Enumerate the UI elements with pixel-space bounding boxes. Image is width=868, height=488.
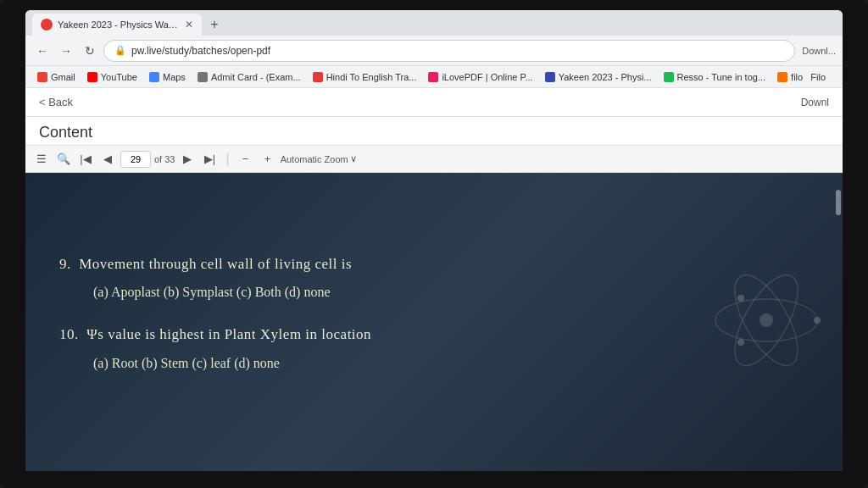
ilovepdf-icon [428,72,438,82]
admit-icon [198,72,208,82]
pdf-text-content: 9. Movement through cell wall of living … [25,235,843,410]
bookmark-maps[interactable]: Maps [144,68,191,86]
bookmark-filo-label: filo Filo [791,72,826,82]
question-10-options: (a) Root (b) Stem (c) leaf (d) none [93,352,809,376]
forward-nav-button[interactable]: → [56,41,76,61]
download-indicator: Downl... [802,46,836,56]
bookmark-admit-label: Admit Card - (Exam... [211,72,301,82]
bookmark-resso-label: Resso - Tune in tog... [677,72,766,82]
page-content: < Back Downl Content ☰ 🔍 |◀ ◀ of 33 ▶ ▶|… [25,88,843,471]
scroll-thumb[interactable] [836,190,841,215]
pdf-search-button[interactable]: 🔍 [54,150,73,169]
youtube-icon [87,72,97,82]
pdf-page-info: of 33 [154,154,175,164]
active-tab[interactable]: Yakeen 2023 - Physics Wallah ✕ [32,14,202,36]
content-title: Content [25,117,843,146]
pdf-page-input[interactable] [120,151,151,168]
lock-icon: 🔒 [114,45,126,56]
tab-favicon [41,19,53,30]
bookmark-yakeen-label: Yakeen 2023 - Physi... [559,72,652,82]
gmail-icon [37,72,47,82]
address-input[interactable]: 🔒 pw.live/study/batches/open-pdf [103,40,795,62]
bookmarks-bar: Gmail YouTube Maps Admit Card - (Exam...… [25,66,843,88]
question-9-text: 9. Movement through cell wall of living … [59,252,809,278]
pdf-menu-button[interactable]: ☰ [32,150,51,169]
pdf-next-page-button[interactable]: ▶ [178,150,197,169]
question-9: 9. Movement through cell wall of living … [59,252,809,305]
pdf-zoom-select[interactable]: Automatic Zoom ∨ [281,153,357,164]
bookmark-hindi-label: Hindi To English Tra... [326,72,417,82]
back-header: < Back Downl [25,88,843,117]
bookmark-admit[interactable]: Admit Card - (Exam... [192,68,306,86]
pdf-last-page-button[interactable]: ▶| [200,150,219,169]
pdf-first-page-button[interactable]: |◀ [76,150,95,169]
bookmark-hindi[interactable]: Hindi To English Tra... [308,68,422,86]
zoom-chevron-icon: ∨ [350,153,357,164]
maps-icon [149,72,159,82]
question-10-text: 10. Ψs value is highest in Plant Xylem i… [59,322,809,348]
pdf-toolbar: ☰ 🔍 |◀ ◀ of 33 ▶ ▶| | − + Automatic Zoom… [25,146,843,173]
address-bar-row: ← → ↻ 🔒 pw.live/study/batches/open-pdf D… [25,36,843,66]
hindi-icon [313,72,323,82]
reload-button[interactable]: ↻ [80,41,100,61]
zoom-label: Automatic Zoom [281,154,348,164]
pdf-zoom-out-button[interactable]: − [236,150,255,169]
browser-window: Yakeen 2023 - Physics Wallah ✕ + ← → ↻ 🔒… [25,10,843,471]
bookmark-filo[interactable]: filo Filo [772,68,831,86]
tab-bar: Yakeen 2023 - Physics Wallah ✕ + [25,10,843,36]
resso-icon [664,72,674,82]
tab-close-button[interactable]: ✕ [185,19,193,30]
address-text: pw.live/study/batches/open-pdf [131,45,270,57]
pdf-zoom-in-button[interactable]: + [259,150,277,169]
bookmark-maps-label: Maps [163,72,186,82]
back-nav-button[interactable]: ← [32,41,53,61]
pdf-area: 9. Movement through cell wall of living … [25,173,843,471]
bookmark-ilovepdf[interactable]: iLovePDF | Online P... [423,68,537,86]
pdf-prev-page-button[interactable]: ◀ [98,150,117,169]
bookmark-yakeen[interactable]: Yakeen 2023 - Physi... [540,68,657,86]
side-download-label: Downl [801,97,829,108]
bookmark-gmail[interactable]: Gmail [32,68,81,86]
filo-icon [777,72,787,82]
monitor: Yakeen 2023 - Physics Wallah ✕ + ← → ↻ 🔒… [0,0,868,488]
question-10: 10. Ψs value is highest in Plant Xylem i… [59,322,809,375]
yakeen-icon [545,72,555,82]
new-tab-button[interactable]: + [203,14,225,36]
bookmark-resso[interactable]: Resso - Tune in tog... [659,68,771,86]
bookmark-ilovepdf-label: iLovePDF | Online P... [442,72,532,82]
back-button[interactable]: < Back [39,96,73,108]
bookmark-youtube-label: YouTube [101,72,137,82]
tab-title: Yakeen 2023 - Physics Wallah [58,19,180,30]
bookmark-gmail-label: Gmail [51,72,75,82]
toolbar-divider: | [225,152,229,167]
question-9-options: (a) Apoplast (b) Symplast (c) Both (d) n… [93,280,809,305]
bookmark-youtube[interactable]: YouTube [82,68,142,86]
